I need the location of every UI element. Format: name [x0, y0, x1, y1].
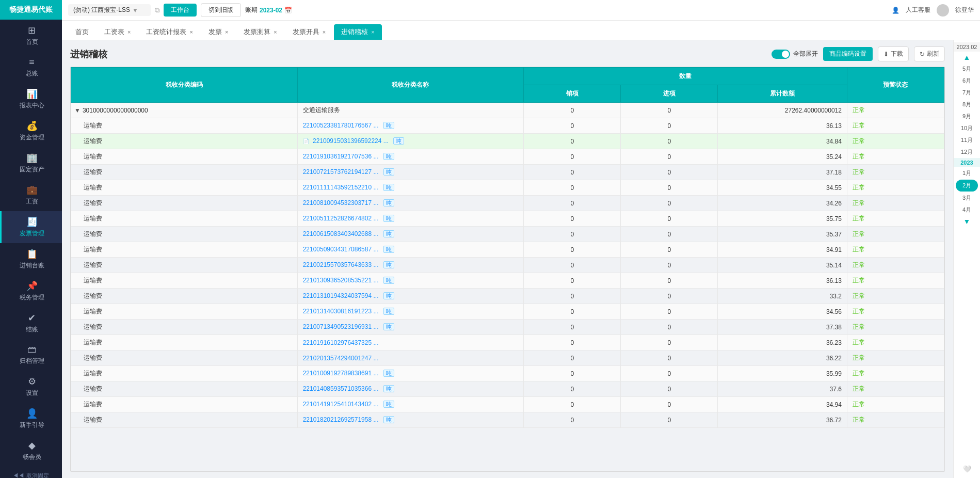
row-status: 正常: [847, 149, 944, 165]
workbench-button[interactable]: 工作台: [164, 4, 197, 17]
row-cumulative: 36.72: [718, 412, 847, 428]
row-invoice-no: 22101310194324037594 ... 吨: [297, 289, 524, 304]
copy-icon[interactable]: ⧉: [155, 6, 159, 14]
sidebar-item-tax[interactable]: 📌 税务管理: [0, 275, 62, 307]
sidebar-item-ledger[interactable]: ≡ 总账: [0, 52, 62, 83]
cal-scroll-down[interactable]: ▼: [962, 216, 972, 227]
sidebar-item-invoice[interactable]: 🧾 发票管理: [0, 211, 62, 243]
close-salary-tab[interactable]: ×: [127, 29, 131, 35]
download-btn[interactable]: ⬇ 下载: [878, 46, 909, 61]
sidebar-item-settings[interactable]: ⚙ 设置: [0, 371, 62, 403]
th-purchase-qty: 进项: [621, 85, 718, 103]
row-code: 运输费: [71, 320, 298, 335]
tab-invoice[interactable]: 发票 ×: [201, 24, 235, 40]
row-sales: 0: [524, 335, 621, 350]
cal-month-oct[interactable]: 10月: [954, 122, 980, 134]
cal-month-may[interactable]: 5月: [954, 63, 980, 75]
row-purchase: 0: [621, 366, 718, 381]
tab-salary[interactable]: 工资表 ×: [97, 24, 138, 40]
tab-home[interactable]: 首页: [68, 24, 96, 40]
row-invoice-no: 22101419125410143402 ... 吨: [297, 397, 524, 412]
row-invoice-no: 22100215570357643633 ... 吨: [297, 258, 524, 273]
cal-scroll-up[interactable]: ▲: [962, 52, 972, 63]
calendar-icon[interactable]: 📅: [284, 7, 292, 14]
sidebar-item-reports[interactable]: 📊 报表中心: [0, 83, 62, 115]
row-code: 运输费: [71, 211, 298, 227]
period-display: 账期 2023-02 📅: [245, 6, 292, 14]
row-cumulative: 34.55: [718, 180, 847, 196]
row-invoice-no: 22100721573762194127 ... 吨: [297, 165, 524, 180]
refresh-label: 刷新: [927, 50, 939, 58]
page-content: 进销稽核 全部展开 商品编码设置 ⬇ 下载 ↻ 刷新: [62, 40, 980, 478]
sidebar-item-sales-ledger-label: 进销台账: [20, 261, 44, 270]
sidebar-item-sales-ledger[interactable]: 📋 进销台账: [0, 243, 62, 275]
close-invoice-tab[interactable]: ×: [225, 29, 228, 35]
tab-sales-check[interactable]: 进销稽核 ×: [334, 24, 381, 40]
row-invoice-no: 22101916102976437325 ...: [297, 335, 524, 350]
cal-month-mar[interactable]: 3月: [954, 192, 980, 204]
expand-toggle[interactable]: [772, 50, 790, 59]
cal-heart-icon[interactable]: 🤍: [963, 465, 971, 476]
th-quantity-group: 数量: [524, 68, 847, 85]
cal-month-feb[interactable]: 2月: [956, 180, 978, 192]
download-icon: ⬇: [883, 51, 889, 58]
row-code: 运输费: [71, 350, 298, 366]
sidebar-item-assets[interactable]: 🏢 固定资产: [0, 147, 62, 179]
cal-month-nov[interactable]: 11月: [954, 134, 980, 146]
sidebar-item-archive[interactable]: 🗃 归档管理: [0, 339, 62, 371]
row-purchase: 0: [621, 289, 718, 304]
cal-month-aug[interactable]: 8月: [954, 99, 980, 110]
row-cumulative: 36.13: [718, 273, 847, 289]
cal-month-apr[interactable]: 4月: [954, 204, 980, 216]
company-selector[interactable]: (勿动) 江西报宝-LSS ▼: [68, 4, 151, 16]
row-sales: 0: [524, 118, 621, 134]
row-sales: 0: [524, 242, 621, 258]
close-invoice-calc-tab[interactable]: ×: [274, 29, 277, 35]
tab-invoice-open[interactable]: 发票开具 ×: [285, 24, 333, 40]
row-status: 正常: [847, 304, 944, 320]
cal-month-jun[interactable]: 6月: [954, 75, 980, 87]
row-sales: 0: [524, 103, 621, 118]
row-sales: 0: [524, 134, 621, 149]
row-purchase: 0: [621, 350, 718, 366]
close-salary-stats-tab[interactable]: ×: [189, 29, 192, 35]
row-purchase: 0: [621, 118, 718, 134]
cal-month-dec[interactable]: 12月: [954, 146, 980, 158]
row-sales: 0: [524, 196, 621, 211]
sidebar-item-guide[interactable]: 👤 新手引导: [0, 403, 62, 435]
archive-icon: 🗃: [27, 344, 37, 355]
row-purchase: 0: [621, 103, 718, 118]
close-invoice-open-tab[interactable]: ×: [323, 29, 326, 35]
row-code: 运输费: [71, 289, 298, 304]
row-sales: 0: [524, 366, 621, 381]
row-code: 运输费: [71, 165, 298, 180]
sidebar-item-settlement[interactable]: ✔ 结账: [0, 307, 62, 339]
switch-old-button[interactable]: 切到旧版: [201, 3, 241, 17]
close-sales-check-tab[interactable]: ×: [371, 29, 374, 35]
cal-month-jul[interactable]: 7月: [954, 87, 980, 99]
row-status: 正常: [847, 227, 944, 242]
tab-invoice-calc-label: 发票测算: [244, 27, 270, 37]
row-purchase: 0: [621, 242, 718, 258]
support-label[interactable]: 人工客服: [906, 6, 930, 14]
expand-toggle-wrap: 全部展开: [772, 50, 818, 59]
sidebar-item-salary[interactable]: 💼 工资: [0, 179, 62, 211]
sidebar-item-home[interactable]: ⊞ 首页: [0, 20, 62, 52]
tab-salary-stats[interactable]: 工资统计报表 ×: [139, 24, 200, 40]
pin-toggle[interactable]: ◀◀ 取消固定: [0, 467, 62, 478]
sidebar-item-member[interactable]: ◆ 畅会员: [0, 435, 62, 467]
row-invoice-no: 22100511252826674802 ... 吨: [297, 211, 524, 227]
row-invoice-no: 22100615083403402688 ... 吨: [297, 227, 524, 242]
cal-month-jan[interactable]: 1月: [954, 167, 980, 179]
row-code: 运输费: [71, 366, 298, 381]
sidebar-item-home-label: 首页: [26, 38, 38, 46]
tab-invoice-calc[interactable]: 发票测算 ×: [236, 24, 284, 40]
settings-btn[interactable]: 商品编码设置: [823, 47, 873, 61]
sidebar-item-funds[interactable]: 💰 资金管理: [0, 115, 62, 147]
row-name: ▼3010000000000000000: [71, 103, 298, 118]
row-sales: 0: [524, 350, 621, 366]
row-purchase: 0: [621, 273, 718, 289]
row-invoice-no: 22100810094532303717 ... 吨: [297, 196, 524, 211]
cal-month-sep[interactable]: 9月: [954, 110, 980, 122]
refresh-btn[interactable]: ↻ 刷新: [914, 46, 945, 61]
